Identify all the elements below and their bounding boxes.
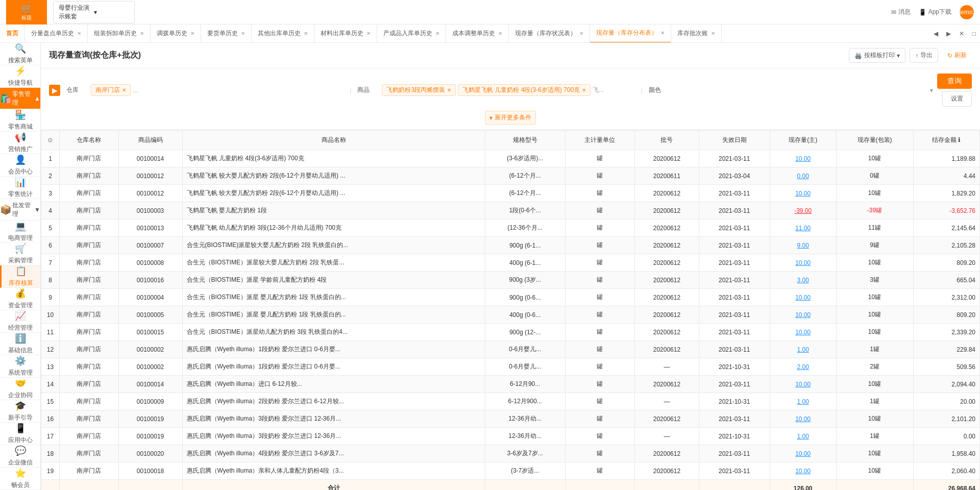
setting-button[interactable]: 设置 [942,91,972,107]
query-btn-group: 查询 设置 [937,74,972,107]
cell-stock-main[interactable]: 10.00 [770,306,836,324]
sidebar-item-inventory[interactable]: 📋 库存核算 [0,265,40,288]
tab-11[interactable]: 库存批次账 ✕ [671,24,722,43]
tab-4[interactable]: 要货单历史 ✕ [201,24,252,43]
cell-stock-main[interactable]: 10.00 [770,150,836,167]
tab-close[interactable]: ✕ [77,31,81,36]
cell-expire: 2021-10-31 [699,428,770,445]
sidebar-item-wechat[interactable]: 💬 企业微信 [0,445,40,468]
cell-stock-main[interactable]: 0.00 [770,167,836,185]
cell-stock-main[interactable]: 10.00 [770,410,836,428]
cell-stock-main[interactable]: 10.00 [770,445,836,462]
sidebar-item-finance[interactable]: 💰 资金管理 [0,288,40,310]
tab-2[interactable]: 组装拆卸单历史 ✕ [88,24,151,43]
cell-stock-main[interactable]: 11.00 [770,219,836,237]
cell-stock-main[interactable]: 3.00 [770,272,836,289]
template-print-button[interactable]: 🖨️ 按模板打印 ▾ [849,48,905,63]
product-tag-1[interactable]: 飞鹤奶粉3段丙烯摆装 ✕ [382,84,456,96]
cell-no: 2 [41,167,60,185]
wechat-icon: 💬 [15,445,26,456]
tab-9[interactable]: 现存量（库存状况表）✕ [509,24,590,43]
sidebar-item-nav[interactable]: ⚡ 快捷导航 [0,65,40,88]
tab-prev-button[interactable]: ◀ [929,24,942,43]
query-button[interactable]: 查询 [937,74,972,89]
cell-stock-main[interactable]: 1.00 [770,428,836,445]
cell-stock-main[interactable]: 10.00 [770,185,836,202]
cell-stock-main[interactable]: 1.00 [770,393,836,410]
message-button[interactable]: ✉ 消息 [891,8,911,16]
col-settings[interactable]: ⚙ [41,131,60,150]
cell-stock-main[interactable]: 2.00 [770,358,836,376]
sidebar-item-system[interactable]: ⚙️ 系统管理 [0,355,40,378]
tab-next-button[interactable]: ▶ [942,24,955,43]
sidebar-item-purchase[interactable]: 🛒 采购管理 [0,243,40,265]
cell-stock-main[interactable]: 10.00 [770,462,836,480]
cell-stock-main[interactable]: 10.00 [770,254,836,272]
tab-10[interactable]: 现存量（库存分布表）✕ [590,24,671,43]
tab-close[interactable]: ✕ [435,31,439,36]
sidebar-item-operations[interactable]: 📈 经营管理 [0,310,40,333]
sidebar-item-label: 系统管理 [8,369,33,377]
table-row: 16 南岸门店 00100019 惠氏启腾（Wyeth illuma）3段奶粉 … [41,410,980,428]
cell-stock-pack: 10罐 [836,410,913,428]
sidebar-item-guide[interactable]: 🎓 新手引导 [0,400,40,423]
tab-close[interactable]: ✕ [498,31,502,36]
cell-stock-main[interactable]: 9.00 [770,237,836,254]
refresh-button[interactable]: ↻ 刷新 [942,48,972,62]
sidebar-item-corp[interactable]: 🤝 企业协同 [0,378,40,400]
tab-close[interactable]: ✕ [366,31,371,36]
tab-1[interactable]: 分量盘点单历史 ✕ [25,24,88,43]
sidebar-item-vip[interactable]: ⭐ 畅会员 [0,468,40,490]
cell-amount: 2,145.64 [913,219,979,237]
tab-home[interactable]: 首页 [0,24,25,43]
avatar[interactable]: demo2 [960,5,974,19]
sidebar-item-ecom[interactable]: 💻 电商管理 [0,220,40,243]
tab-close[interactable]: ✕ [660,30,665,36]
tab-maximize-button[interactable]: □ [968,24,980,43]
sidebar-item-shop[interactable]: 🏪 零售商城 [0,109,40,132]
cell-expire: 2021-03-11 [699,445,770,462]
cell-stock-main[interactable]: -39.00 [770,202,836,219]
tab-close-all-button[interactable]: ✕ [955,24,968,43]
product-tag-2[interactable]: 飞鹤星飞帆 儿童奶粉 4段(3-6岁适用) 700克 ✕ [458,84,591,96]
tab-close[interactable]: ✕ [711,31,715,36]
warehouse-tag[interactable]: 南岸门店 ✕ [91,84,131,96]
cell-stock-main[interactable]: 10.00 [770,289,836,306]
tab-close[interactable]: ✕ [140,31,144,36]
company-selector[interactable]: 母婴行业演示账套 ▾ [53,1,135,23]
gear-icon[interactable]: ⚙ [47,137,53,144]
export-button[interactable]: ↑ 导出 [910,48,938,63]
sidebar-item-appcenter[interactable]: 📱 应用中心 [0,423,40,445]
sidebar-item-search[interactable]: 🔍 搜索英单 [0,43,40,65]
tab-close[interactable]: ✕ [579,31,583,36]
cell-stock-main[interactable]: 10.00 [770,324,836,341]
sidebar-item-member[interactable]: 👤 会员中心 [0,154,40,177]
cell-batch: 20200612 [635,376,699,393]
sidebar-item-stats[interactable]: 📊 零售统计 [0,177,40,199]
cell-no: 3 [41,185,60,202]
sidebar-item-wholesale[interactable]: 📦 批发管理 ▼ [0,199,40,220]
tab-8[interactable]: 成本调整单历史 ✕ [446,24,509,43]
cell-expire: 2021-03-11 [699,410,770,428]
cell-batch: — [635,358,699,376]
tab-5[interactable]: 其他出库单历史 ✕ [252,24,314,43]
tab-close[interactable]: ✕ [190,31,194,36]
tag-close-icon[interactable]: ✕ [122,87,126,93]
expand-button[interactable]: ▾ 展开更多条件 [485,111,536,125]
cell-stock-main[interactable]: 10.00 [770,376,836,393]
cell-warehouse: 南岸门店 [60,185,119,202]
tab-6[interactable]: 材料出库单历史 ✕ [314,24,377,43]
tab-close[interactable]: ✕ [241,31,245,36]
product-tag-2-close[interactable]: ✕ [582,87,586,93]
sidebar-item-marketing[interactable]: 📢 营销推广 [0,132,40,154]
tab-3[interactable]: 调拨单历史 ✕ [151,24,201,43]
tab-close[interactable]: ✕ [304,31,308,36]
product-tag-1-close[interactable]: ✕ [447,87,451,93]
cell-stock-main[interactable]: 1.00 [770,341,836,358]
sidebar-item-basic[interactable]: ℹ️ 基础信息 [0,333,40,355]
tab-7[interactable]: 产成品入库单历史 ✕ [377,24,446,43]
filter-toggle-button[interactable]: ▶ [49,85,60,96]
cell-expire: 2021-03-11 [699,150,770,167]
sidebar-item-retail[interactable]: 🛍️ 零售管理 ▲ [0,88,40,109]
app-download-button[interactable]: 📱 App下载 [919,8,951,16]
